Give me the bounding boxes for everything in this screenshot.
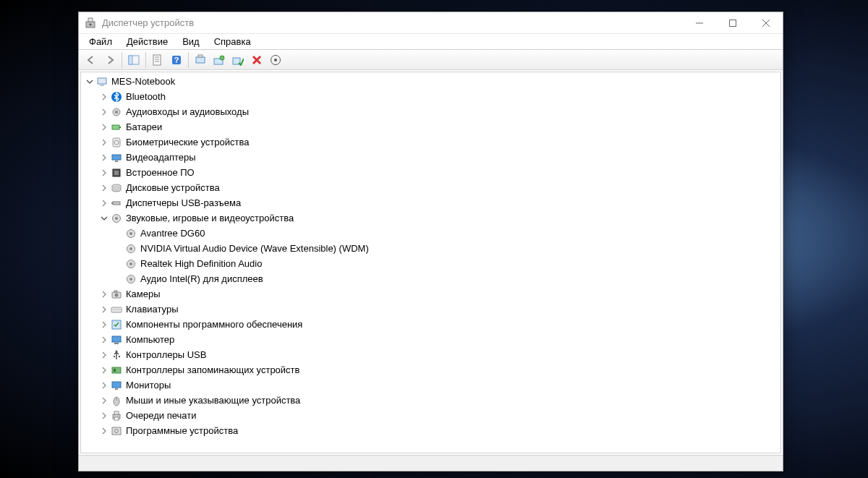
svg-rect-33: [112, 155, 121, 160]
display-adapter-icon: [110, 152, 123, 163]
menu-action[interactable]: Действие: [119, 35, 175, 48]
device-category[interactable]: Биометрические устройства: [81, 135, 780, 150]
computer-root-icon: [95, 76, 109, 88]
device-category[interactable]: Мыши и иные указывающие устройства: [81, 393, 780, 408]
chevron-right-icon[interactable]: [98, 289, 110, 300]
chevron-down-icon[interactable]: [98, 213, 110, 224]
firmware-icon: [110, 167, 123, 179]
svg-rect-70: [112, 427, 121, 435]
device-category[interactable]: Компоненты программного обеспечения: [81, 317, 780, 332]
menu-view[interactable]: Вид: [175, 35, 207, 48]
chevron-down-icon[interactable]: [84, 76, 95, 88]
biometric-icon: [110, 137, 123, 148]
svg-rect-25: [100, 85, 104, 86]
disk-icon: [110, 182, 123, 194]
device-tree[interactable]: MES-NotebookBluetoothАудиовходы и аудиов…: [81, 72, 780, 453]
svg-text:?: ?: [174, 56, 179, 64]
device-category[interactable]: Контроллеры USB: [81, 347, 780, 362]
scan-hardware-button[interactable]: [192, 51, 209, 69]
chevron-right-icon[interactable]: [98, 319, 110, 330]
tree-item-label: Контроллеры запоминающих устройств: [126, 364, 299, 375]
chevron-right-icon[interactable]: [98, 425, 110, 437]
printer-icon: [110, 410, 123, 422]
chevron-right-icon[interactable]: [98, 106, 110, 118]
device-category[interactable]: Очереди печати: [81, 408, 780, 423]
svg-point-2: [90, 23, 92, 25]
device-leaf[interactable]: NVIDIA Virtual Audio Device (Wave Extens…: [81, 241, 780, 256]
svg-point-58: [116, 350, 118, 352]
chevron-right-icon[interactable]: [98, 349, 110, 361]
sound-device-icon: [124, 228, 137, 239]
device-category[interactable]: Клавиатуры: [81, 302, 780, 317]
tree-item-label: Контроллеры USB: [126, 349, 206, 360]
svg-rect-56: [112, 336, 121, 342]
device-category[interactable]: Батареи: [81, 119, 780, 135]
device-category[interactable]: Диспетчеры USB-разъема: [81, 195, 780, 210]
properties-button[interactable]: [149, 51, 166, 69]
chevron-right-icon[interactable]: [98, 380, 110, 391]
device-category[interactable]: Bluetooth: [81, 89, 780, 104]
storage-controller-icon: [110, 364, 123, 376]
device-category[interactable]: Звуковые, игровые и видеоустройства: [81, 210, 780, 226]
svg-rect-8: [129, 56, 132, 64]
svg-rect-16: [198, 55, 203, 57]
tree-item-label: Мониторы: [126, 380, 171, 390]
tree-item-label: Встроенное ПО: [126, 167, 195, 178]
chevron-right-icon[interactable]: [98, 137, 110, 148]
svg-rect-62: [114, 369, 116, 372]
svg-rect-36: [114, 171, 119, 175]
device-category[interactable]: Дисковые устройства: [81, 180, 780, 195]
chevron-right-icon[interactable]: [98, 395, 110, 406]
device-category[interactable]: Компьютер: [81, 332, 780, 347]
svg-rect-34: [115, 161, 118, 162]
svg-rect-9: [153, 55, 161, 65]
device-category[interactable]: Аудиовходы и аудиовыходы: [81, 104, 780, 119]
usb-connector-icon: [110, 197, 123, 209]
chevron-right-icon[interactable]: [98, 197, 110, 209]
maximize-button[interactable]: [716, 12, 749, 34]
titlebar: Диспетчер устройств: [79, 12, 783, 34]
toolbar-separator: [122, 52, 122, 68]
menu-file[interactable]: Файл: [82, 35, 119, 48]
chevron-right-icon[interactable]: [98, 91, 110, 103]
update-driver-button[interactable]: [210, 51, 228, 69]
device-category[interactable]: MES-Notebook: [81, 74, 780, 89]
uninstall-device-button[interactable]: [248, 51, 265, 69]
chevron-right-icon[interactable]: [98, 304, 110, 315]
tree-item-label: Очереди печати: [126, 410, 197, 421]
device-leaf[interactable]: Аудио Intel(R) для дисплеев: [81, 271, 780, 286]
tree-item-label: Realtek High Definition Audio: [140, 258, 262, 269]
chevron-right-icon[interactable]: [98, 121, 110, 133]
chevron-right-icon[interactable]: [98, 182, 110, 194]
device-category[interactable]: Мониторы: [81, 377, 780, 393]
device-category[interactable]: Программные устройства: [81, 423, 780, 438]
svg-rect-29: [112, 125, 119, 129]
forward-button[interactable]: [101, 51, 119, 69]
chevron-right-icon[interactable]: [98, 334, 110, 346]
help-button[interactable]: ?: [168, 51, 185, 69]
chevron-right-icon[interactable]: [98, 167, 110, 179]
device-leaf[interactable]: Avantree DG60: [81, 226, 780, 241]
chevron-right-icon[interactable]: [98, 410, 110, 422]
events-button[interactable]: [267, 51, 284, 69]
tree-item-label: Компьютер: [126, 334, 174, 345]
svg-point-51: [115, 293, 119, 296]
device-category[interactable]: Контроллеры запоминающих устройств: [81, 362, 780, 377]
tree-item-label: Дисковые устройства: [126, 182, 220, 193]
menu-help[interactable]: Справка: [207, 35, 258, 48]
svg-rect-4: [730, 20, 736, 26]
back-button[interactable]: [82, 51, 100, 69]
close-button[interactable]: [749, 12, 783, 34]
sound-icon: [110, 213, 123, 224]
device-category[interactable]: Видеоадаптеры: [81, 150, 780, 165]
chevron-right-icon[interactable]: [98, 364, 110, 376]
show-hide-console-tree-button[interactable]: [125, 51, 142, 69]
tree-item-label: Компоненты программного обеспечения: [126, 319, 302, 330]
software-device-icon: [110, 425, 123, 437]
device-category[interactable]: Встроенное ПО: [81, 165, 780, 180]
chevron-right-icon[interactable]: [98, 152, 110, 163]
device-leaf[interactable]: Realtek High Definition Audio: [81, 256, 780, 271]
minimize-button[interactable]: [683, 12, 716, 34]
enable-device-button[interactable]: [229, 51, 247, 69]
device-category[interactable]: Камеры: [81, 286, 780, 302]
